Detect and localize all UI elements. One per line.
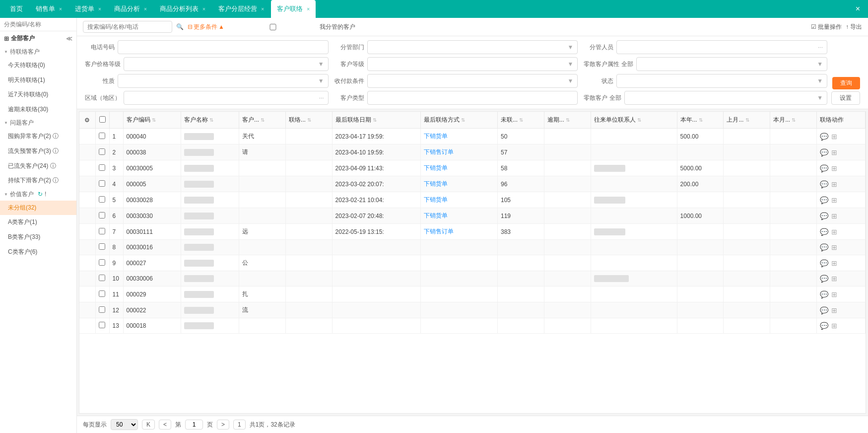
last-method-link[interactable]: 下销货单 xyxy=(424,133,448,140)
last-page-btn[interactable]: 1 xyxy=(233,420,246,430)
export-btn[interactable]: ↑ 导出 xyxy=(846,23,862,31)
th-settings[interactable]: ⚙ xyxy=(79,112,95,129)
last-method-link[interactable]: 下销售订单 xyxy=(424,148,454,155)
sidebar-item-declining[interactable]: 持续下滑客户(2) ⓘ xyxy=(0,173,76,188)
filter-retail-customer-input[interactable]: ▼ xyxy=(624,91,827,105)
current-page-input[interactable] xyxy=(185,420,203,430)
close-customer-segment-tab[interactable]: × xyxy=(261,6,264,12)
more-conditions-btn[interactable]: ⊟ 更多条件 ▲ xyxy=(188,23,224,31)
filter-retail-attr-input[interactable]: ▼ xyxy=(636,57,827,71)
th-last-method[interactable]: 最后联络方式 ⇅ xyxy=(421,112,498,129)
last-method-link[interactable]: 下销货单 xyxy=(424,164,448,171)
grid-action-icon[interactable]: ⊞ xyxy=(831,133,837,141)
sidebar-item-churn-warning[interactable]: 流失预警客户(3) ⓘ xyxy=(0,144,76,159)
grid-action-icon[interactable]: ⊞ xyxy=(831,228,837,236)
row-checkbox[interactable] xyxy=(99,212,105,218)
sidebar-item-class-a[interactable]: A类客户(1) xyxy=(0,215,76,230)
th-not-contact[interactable]: 未联... ⇅ xyxy=(497,112,544,129)
group-value-customers[interactable]: ▼ 价值客户 ↻ ! xyxy=(0,188,76,201)
row-checkbox[interactable] xyxy=(99,196,105,203)
close-customer-contact-tab[interactable]: × xyxy=(307,6,310,12)
chat-icon[interactable]: 💬 xyxy=(820,259,828,267)
filter-nature-input[interactable]: ▼ xyxy=(118,74,329,88)
chat-icon[interactable]: 💬 xyxy=(820,290,828,298)
row-checkbox[interactable] xyxy=(99,259,105,266)
nav-customer-contact[interactable]: 客户联络 × xyxy=(271,0,316,18)
filter-customer-type-input[interactable] xyxy=(367,91,578,105)
grid-action-icon[interactable]: ⊞ xyxy=(831,196,837,204)
chat-icon[interactable]: 💬 xyxy=(820,243,828,251)
chat-icon[interactable]: 💬 xyxy=(820,196,828,204)
close-sales-tab[interactable]: × xyxy=(59,6,62,12)
chat-icon[interactable]: 💬 xyxy=(820,133,828,141)
grid-action-icon[interactable]: ⊞ xyxy=(831,275,837,283)
page-size-select[interactable]: 50 100 200 xyxy=(111,419,138,430)
filter-search-icon[interactable]: 🔍 xyxy=(176,23,184,30)
row-checkbox[interactable] xyxy=(99,306,105,313)
row-checkbox[interactable] xyxy=(99,148,105,155)
row-checkbox[interactable] xyxy=(99,322,105,328)
chat-icon[interactable]: 💬 xyxy=(820,306,828,314)
sidebar-item-churned[interactable]: 已流失客户(24) ⓘ xyxy=(0,159,76,174)
close-all-tabs[interactable]: × xyxy=(852,4,864,13)
sidebar-item-class-b[interactable]: B类客户(33) xyxy=(0,230,76,245)
group-pending-contact[interactable]: ▼ 待联络客户 xyxy=(0,46,76,58)
row-checkbox[interactable] xyxy=(99,164,105,171)
grid-action-icon[interactable]: ⊞ xyxy=(831,148,837,156)
nav-product-analysis[interactable]: 商品分析 × xyxy=(108,0,153,18)
chat-icon[interactable]: 💬 xyxy=(820,164,828,172)
filter-region-input[interactable]: ··· xyxy=(124,91,329,105)
grid-action-icon[interactable]: ⊞ xyxy=(831,212,837,220)
search-input[interactable] xyxy=(83,21,172,33)
batch-operation-btn[interactable]: ☑ 批量操作 xyxy=(811,23,842,31)
sidebar-item-hoarding-abnormal[interactable]: 囤购异常客户(2) ⓘ xyxy=(0,129,76,144)
th-year-amount[interactable]: 本年... ⇅ xyxy=(677,112,724,129)
grid-action-icon[interactable]: ⊞ xyxy=(831,306,837,314)
first-page-btn[interactable]: K xyxy=(142,420,155,430)
last-method-link[interactable]: 下销货单 xyxy=(424,212,448,219)
th-this-month[interactable]: 本月... ⇅ xyxy=(770,112,817,129)
sidebar-item-tomorrow-pending[interactable]: 明天待联络(1) xyxy=(0,73,76,88)
filter-phone-input[interactable] xyxy=(118,40,329,54)
th-type[interactable]: 客户... ⇅ xyxy=(239,112,286,129)
row-checkbox[interactable] xyxy=(99,133,105,139)
close-product-list-tab[interactable]: × xyxy=(202,6,205,12)
th-contact[interactable]: 联络... ⇅ xyxy=(285,112,332,129)
nav-purchase[interactable]: 进货单 × xyxy=(69,0,107,18)
row-checkbox[interactable] xyxy=(99,275,105,281)
nav-sales[interactable]: 销售单 × xyxy=(30,0,68,18)
filter-price-level-input[interactable]: ▼ xyxy=(124,57,329,71)
row-checkbox[interactable] xyxy=(99,290,105,297)
sidebar-item-class-c[interactable]: C类客户(6) xyxy=(0,245,76,260)
prev-page-btn[interactable]: < xyxy=(159,420,171,430)
nav-customer-segment[interactable]: 客户分层经营 × xyxy=(212,0,270,18)
last-method-link[interactable]: 下销货单 xyxy=(424,196,448,203)
row-checkbox[interactable] xyxy=(99,228,105,234)
chat-icon[interactable]: 💬 xyxy=(820,228,828,236)
query-button[interactable]: 查询 xyxy=(832,77,860,89)
grid-action-icon[interactable]: ⊞ xyxy=(831,243,837,251)
row-checkbox[interactable] xyxy=(99,180,105,187)
reset-button[interactable]: 设置 xyxy=(831,91,860,105)
grid-action-icon[interactable]: ⊞ xyxy=(831,322,837,330)
sidebar-item-overdue-pending[interactable]: 逾期未联络(30) xyxy=(0,102,76,117)
refresh-icon[interactable]: ↻ xyxy=(38,191,43,198)
sidebar-item-today-pending[interactable]: 今天待联络(0) xyxy=(0,58,76,73)
filter-status-input[interactable]: ▼ xyxy=(616,74,827,88)
sidebar-search-input[interactable] xyxy=(4,21,77,28)
sidebar-collapse-icon[interactable]: ≪ xyxy=(66,35,72,42)
grid-action-icon[interactable]: ⊞ xyxy=(831,259,837,267)
filter-payment-input[interactable]: ▼ xyxy=(367,74,578,88)
chat-icon[interactable]: 💬 xyxy=(820,180,828,188)
my-customers-checkbox[interactable] xyxy=(228,24,318,30)
last-method-link[interactable]: 下销售订单 xyxy=(424,228,454,235)
th-contact-person[interactable]: 往来单位联系人 ⇅ xyxy=(591,112,677,129)
th-code[interactable]: 客户编码 ⇅ xyxy=(123,112,181,129)
th-checkbox[interactable] xyxy=(95,112,109,129)
chat-icon[interactable]: 💬 xyxy=(820,275,828,283)
filter-person-input[interactable]: ··· xyxy=(616,40,827,54)
th-name[interactable]: 客户名称 ⇅ xyxy=(181,112,239,129)
select-all-checkbox[interactable] xyxy=(99,116,106,123)
th-overdue[interactable]: 逾期... ⇅ xyxy=(544,112,591,129)
nav-product-list[interactable]: 商品分析列表 × xyxy=(154,0,211,18)
